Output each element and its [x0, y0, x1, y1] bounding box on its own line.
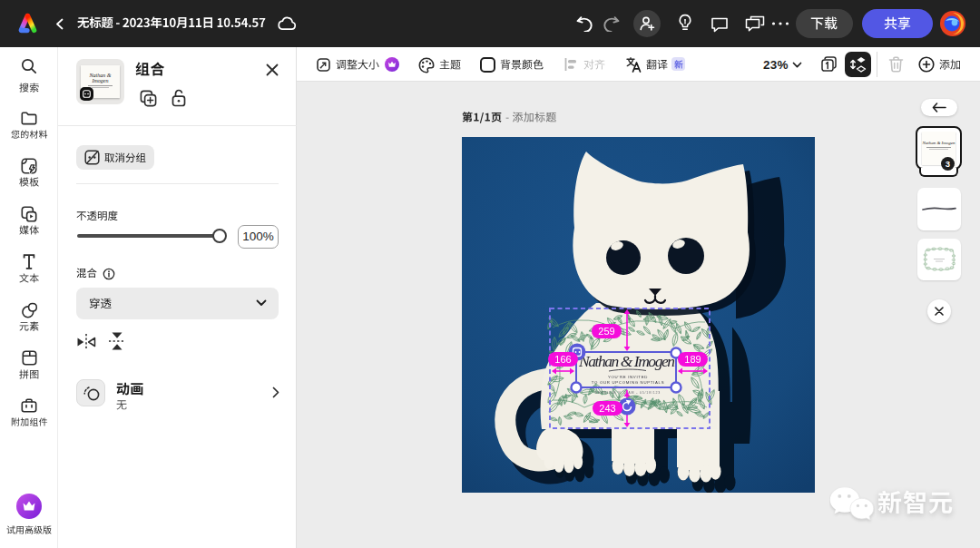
svg-text:VERSILLE % 11AM - 05/18/12: VERSILLE % 11AM - 05/18/123	[595, 391, 661, 395]
svg-text:YOU'RE INVITED: YOU'RE INVITED	[608, 375, 648, 379]
svg-text:TO OUR UPCOMING NUPTIALS: TO OUR UPCOMING NUPTIALS	[592, 380, 664, 385]
svg-text:Nathan & Imogen: Nathan & Imogen	[578, 352, 675, 370]
